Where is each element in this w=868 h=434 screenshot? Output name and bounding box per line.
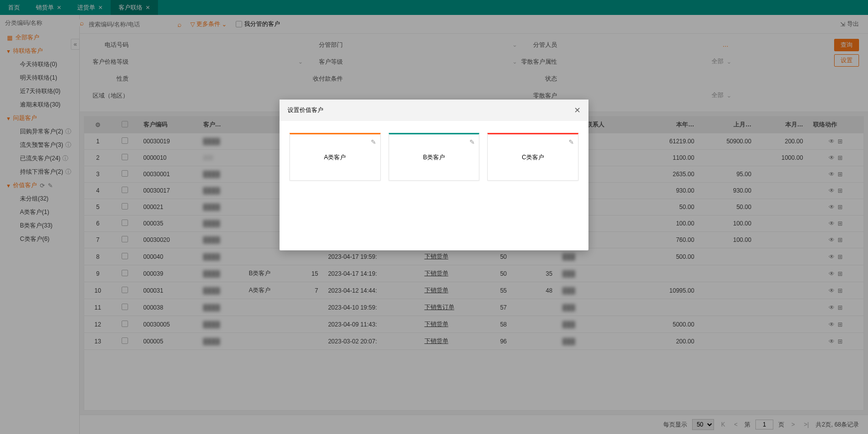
value-card-a[interactable]: ✎A类客户 [289, 133, 381, 181]
value-card-b[interactable]: ✎B类客户 [389, 133, 480, 181]
modal-overlay[interactable]: 设置价值客户 ✕ ✎A类客户✎B类客户✎C类客户 [0, 0, 868, 434]
edit-icon[interactable]: ✎ [371, 138, 376, 146]
value-card-c[interactable]: ✎C类客户 [487, 133, 579, 181]
edit-icon[interactable]: ✎ [469, 138, 475, 146]
card-label: C类客户 [522, 153, 544, 162]
card-label: B类客户 [423, 153, 445, 162]
modal-title: 设置价值客户 [288, 106, 323, 114]
card-label: A类客户 [324, 153, 346, 162]
edit-icon[interactable]: ✎ [569, 138, 574, 146]
value-customer-modal: 设置价值客户 ✕ ✎A类客户✎B类客户✎C类客户 [280, 100, 588, 250]
close-icon[interactable]: ✕ [574, 106, 580, 115]
